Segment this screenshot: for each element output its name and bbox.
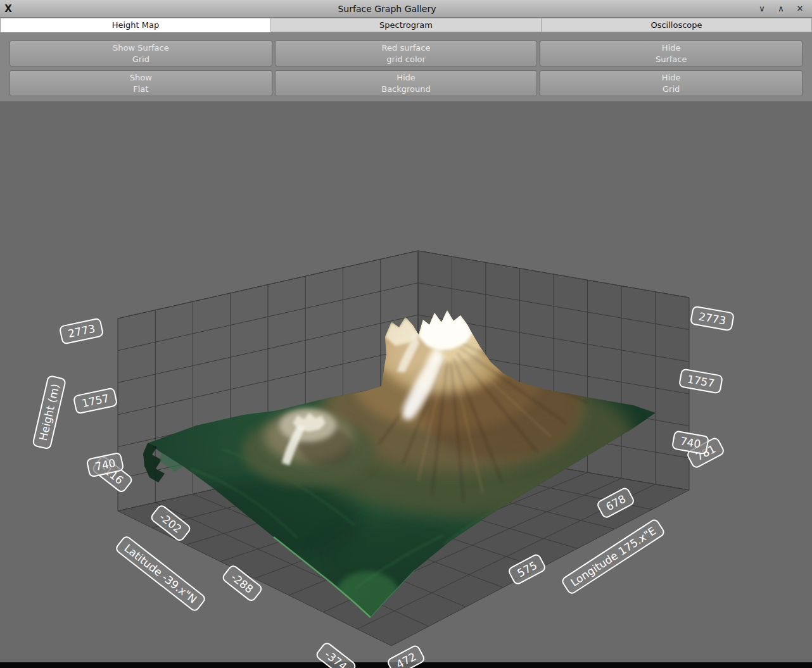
app-window: X Surface Graph Gallery ∨ ∧ ✕ Height Map…	[0, 0, 812, 668]
hide-background-button[interactable]: Hide Background	[275, 70, 538, 96]
window-controls: ∨ ∧ ✕	[758, 4, 804, 13]
button-label: Show Surface	[113, 42, 169, 54]
button-label: Background	[381, 84, 431, 95]
button-label: Surface	[656, 54, 687, 65]
tab-spectrogram[interactable]: Spectrogram	[271, 18, 542, 32]
show-flat-button[interactable]: Show Flat	[10, 70, 272, 96]
window-close-button[interactable]: ✕	[796, 4, 804, 13]
red-surface-grid-color-button[interactable]: Red surface grid color	[275, 41, 538, 66]
toolbar-row-2: Show Flat Hide Background Hide Grid	[10, 70, 802, 96]
button-label: Flat	[133, 84, 148, 95]
button-label: Hide	[662, 42, 681, 54]
toolbar: Show Surface Grid Red surface grid color…	[0, 32, 812, 101]
tab-oscilloscope[interactable]: Oscilloscope	[542, 18, 812, 32]
surface-plot-viewport[interactable]: -116 781 2773 1757 740 Height (m) -202 -…	[0, 101, 812, 668]
show-surface-grid-button[interactable]: Show Surface Grid	[10, 41, 272, 66]
window-maximize-button[interactable]: ∧	[777, 4, 785, 13]
window-title: Surface Graph Gallery	[16, 4, 758, 14]
tab-height-map[interactable]: Height Map	[0, 18, 271, 32]
button-label: Grid	[663, 84, 680, 95]
toolbar-row-1: Show Surface Grid Red surface grid color…	[10, 41, 802, 66]
button-label: Hide	[662, 72, 681, 84]
button-label: Grid	[132, 54, 149, 65]
titlebar: X Surface Graph Gallery ∨ ∧ ✕	[0, 0, 812, 18]
button-label: Hide	[396, 72, 416, 84]
app-icon: X	[0, 3, 16, 15]
button-label: Red surface	[382, 42, 431, 54]
tabbar: Height Map Spectrogram Oscilloscope	[0, 18, 812, 32]
window-shade-button[interactable]: ∨	[758, 4, 766, 13]
hide-surface-button[interactable]: Hide Surface	[540, 41, 802, 66]
button-label: Show	[130, 72, 152, 84]
hide-grid-button[interactable]: Hide Grid	[540, 70, 802, 96]
button-label: grid color	[386, 54, 426, 65]
